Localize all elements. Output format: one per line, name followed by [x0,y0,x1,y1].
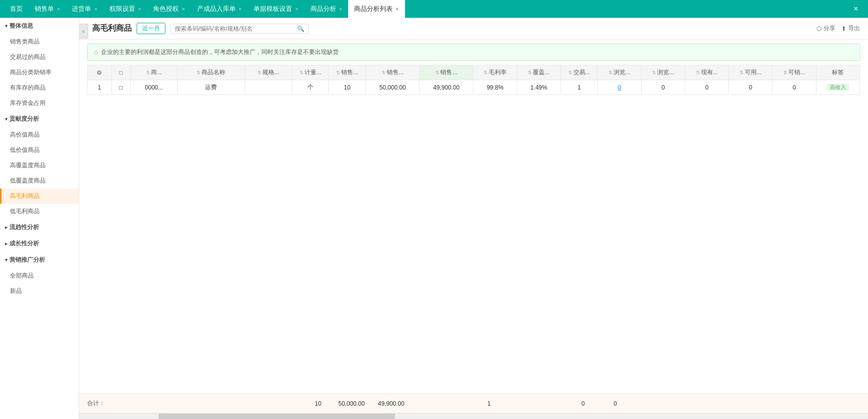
close-purchase-order[interactable]: × [94,6,97,12]
sort-icon6: ⇅ [382,70,386,75]
footer-label: 合计： [87,399,127,408]
sidebar-item-high-value[interactable]: 高价值商品 [0,127,79,142]
footer-empty1 [127,400,145,407]
browse1-link[interactable]: 0 [618,84,621,91]
table-row: 1 □ 0000... 运费 个 10 50,000.00 49,900.00 … [88,80,860,95]
footer-empty10 [535,400,567,407]
nav-role-auth[interactable]: 角色授权 × [147,0,191,18]
data-table: ⚙ □ ⇅ 商... ⇅ [87,65,860,95]
cell-trade: 1 [561,80,598,95]
close-template-settings[interactable]: × [295,6,298,12]
export-button[interactable]: ⬆ 导出 [841,24,860,33]
nav-sales-order[interactable]: 销售单 × [29,0,66,18]
search-input[interactable] [175,25,297,32]
th-browse2: ⇅ 浏览... [641,65,685,80]
close-product-analysis-list[interactable]: × [396,6,399,12]
cell-name: 运费 [177,80,245,95]
export-icon: ⬆ [841,25,846,32]
trend-collapse-icon: ▸ [5,225,7,230]
sort-icon10: ⇅ [568,70,572,75]
header-actions: ⬡ 分享 ⬆ 导出 [817,24,860,33]
close-window-icon[interactable]: × [848,4,864,13]
nav-purchase-order[interactable]: 进货单 × [66,0,103,18]
th-stock2: ⇅ 可用... [729,65,772,80]
sidebar-group-contribution[interactable]: ▾ 贡献度分析 [0,111,79,127]
th-checkbox[interactable]: □ [111,65,130,80]
contribution-collapse-icon: ▾ [5,116,7,122]
content-area: « 高毛利商品 近一月 🔍 ⬡ 分享 ⬆ 导出 ◇ 企 [79,18,868,419]
sidebar-group-overall[interactable]: ▾ 整体信息 [0,18,79,34]
nav-product-analysis[interactable]: 商品分析 × [305,0,348,18]
sort-icon13: ⇅ [696,70,700,75]
cell-coverage: 1.49% [517,80,561,95]
sidebar: ▾ 整体信息 销售类商品 交易过的商品 商品分类助销率 有库存的商品 库存资金占… [0,18,79,419]
sort-icon2: ⇅ [197,70,201,75]
sidebar-item-low-coverage[interactable]: 低覆盖度商品 [0,173,79,188]
sidebar-group-growth[interactable]: ▸ 成长性分析 [0,235,79,252]
sidebar-item-traded-goods[interactable]: 交易过的商品 [0,49,79,65]
sidebar-group-marketing[interactable]: ▾ 营销推广分析 [0,252,79,268]
nav-product-inbound[interactable]: 产成品入库单 × [191,0,248,18]
sort-icon3: ⇅ [257,70,261,75]
main-layout: ▾ 整体信息 销售类商品 交易过的商品 商品分类助销率 有库存的商品 库存资金占… [0,18,868,419]
sidebar-item-low-value[interactable]: 低价值商品 [0,142,79,158]
sidebar-item-sales-goods[interactable]: 销售类商品 [0,34,79,49]
close-product-analysis[interactable]: × [339,6,342,12]
sort-icon9: ⇅ [528,70,532,75]
table-wrapper[interactable]: ⚙ □ ⇅ 商... ⇅ [79,65,868,393]
period-button[interactable]: 近一月 [137,23,165,34]
sidebar-group-marketing-items: 全部商品 新品 [0,268,79,299]
footer-stock1: 0 [567,400,599,407]
footer-empty8 [443,400,475,407]
cell-stock1: 0 [685,80,728,95]
nav-permission-settings[interactable]: 权限设置 × [103,0,147,18]
th-tag: 标签 [816,65,860,80]
sidebar-group-trend[interactable]: ▸ 流趋性分析 [0,219,79,235]
th-settings[interactable]: ⚙ [88,65,112,80]
sidebar-item-high-coverage[interactable]: 高覆盖度商品 [0,158,79,173]
nav-product-analysis-list[interactable]: 商品分析列表 × [348,0,405,18]
close-sales-order[interactable]: × [57,6,60,12]
sort-icon11: ⇅ [609,70,613,75]
sidebar-item-stocked-goods[interactable]: 有库存的商品 [0,80,79,95]
cell-browse2: 0 [641,80,685,95]
share-button[interactable]: ⬡ 分享 [817,24,835,33]
th-sales-amt: ⇅ 销售... [366,65,420,80]
sidebar-item-new-goods[interactable]: 新品 [0,283,79,299]
footer-empty7 [411,400,443,407]
close-permission-settings[interactable]: × [138,6,141,12]
th-browse1: ⇅ 浏览... [598,65,641,80]
sort-icon5: ⇅ [336,70,340,75]
sidebar-collapse-button[interactable]: « [79,24,88,39]
close-role-auth[interactable]: × [182,6,185,12]
cell-checkbox[interactable]: □ [111,80,130,95]
growth-collapse-icon: ▸ [5,241,7,246]
th-sales-qty: ⇅ 销售... [329,65,366,80]
sidebar-item-all-goods[interactable]: 全部商品 [0,268,79,283]
footer-empty3 [158,400,193,407]
search-icon[interactable]: 🔍 [297,25,305,32]
cell-unit: 个 [292,80,329,95]
th-code: ⇅ 商... [130,65,177,80]
sidebar-item-category-rate[interactable]: 商品分类助销率 [0,65,79,80]
nav-template-settings[interactable]: 单据模板设置 × [248,0,304,18]
bottom-scrollbar[interactable] [79,413,868,419]
sidebar-group-overall-items: 销售类商品 交易过的商品 商品分类助销率 有库存的商品 库存资金占用 [0,34,79,111]
row-checkbox[interactable]: □ [119,84,123,91]
share-icon: ⬡ [817,25,821,32]
close-product-inbound[interactable]: × [239,6,242,12]
table-footer: 合计： 10 50,000.00 49,900.00 1 0 0 [79,393,868,413]
sidebar-item-low-margin[interactable]: 低毛利商品 [0,204,79,219]
sort-icon15: ⇅ [783,70,787,75]
footer-trade: 1 [475,400,503,407]
settings-icon: ⚙ [97,69,102,76]
nav-home[interactable]: 首页 [4,0,29,18]
search-box: 🔍 [170,24,309,34]
scrollbar-thumb[interactable] [158,414,395,419]
th-unit: ⇅ 计量... [292,65,329,80]
info-icon: ◇ [94,49,98,56]
sidebar-item-stock-capital[interactable]: 库存资金占用 [0,95,79,111]
cell-code: 0000... [130,80,177,95]
cell-browse1: 0 [598,80,641,95]
sidebar-item-high-margin[interactable]: 高毛利商品 [0,188,79,204]
